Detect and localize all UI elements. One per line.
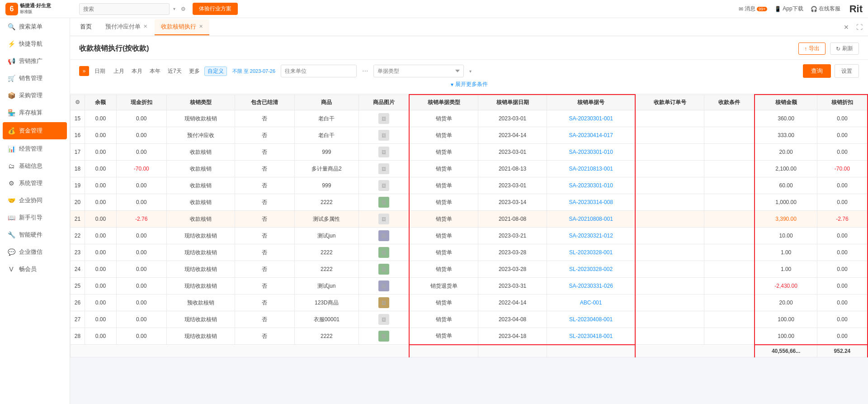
voucher-no-link[interactable]: SA-20230301-010 bbox=[569, 149, 613, 155]
export-button[interactable]: ↑ 导出 bbox=[798, 43, 826, 55]
date-last-month-button[interactable]: 上月 bbox=[111, 67, 127, 76]
filter-collapse-button[interactable]: » bbox=[79, 66, 89, 76]
headset-icon: 🎧 bbox=[811, 6, 817, 12]
filter-settings-button[interactable]: 设置 bbox=[835, 64, 859, 78]
cell-id: 19 bbox=[71, 177, 85, 194]
search-input[interactable] bbox=[79, 3, 170, 15]
date-this-year-button[interactable]: 本年 bbox=[147, 67, 163, 76]
voucher-no-link[interactable]: ABC-001 bbox=[580, 299, 602, 306]
table-container[interactable]: ⚙ 余额 现金折扣 核销类型 包含已结清 商品 商品图片 核销单据类型 核销单据… bbox=[70, 94, 868, 404]
th-product-img: 商品图片 bbox=[359, 95, 410, 110]
partner-dots-button[interactable]: ··· bbox=[362, 67, 368, 75]
settings-icon[interactable]: ⚙ bbox=[179, 5, 187, 13]
voucher-no-link[interactable]: SL-20230408-001 bbox=[569, 316, 613, 323]
sidebar-item-operations[interactable]: 📊 经营管理 bbox=[0, 140, 70, 157]
sidebar-item-quicknav[interactable]: ⚡ 快捷导航 bbox=[0, 35, 70, 52]
messages-badge: 99+ bbox=[757, 7, 767, 11]
hardware-icon: 🔧 bbox=[7, 231, 15, 239]
cell-cancel-date: 2023-03-21 bbox=[478, 228, 547, 244]
sidebar-item-hardware[interactable]: 🔧 智能硬件 bbox=[0, 226, 70, 243]
date-7days-button[interactable]: 近7天 bbox=[165, 67, 184, 76]
industry-solution-button[interactable]: 体验行业方案 bbox=[193, 3, 238, 15]
cell-receipt-condition bbox=[704, 194, 755, 211]
col-settings-gear-icon[interactable]: ⚙ bbox=[75, 99, 80, 105]
cell-receipt-order-no bbox=[635, 127, 704, 144]
voucher-no-link[interactable]: SA-20230321-012 bbox=[569, 233, 613, 239]
tab-home[interactable]: 首页 bbox=[74, 19, 98, 35]
cell-cancel-date: 2021-08-13 bbox=[478, 161, 547, 177]
cell-cancel-type: 收款核销 bbox=[166, 211, 235, 228]
app-download-button[interactable]: 📱 App下载 bbox=[774, 5, 803, 13]
voucher-no-link[interactable]: SA-20230414-017 bbox=[569, 132, 613, 138]
tab-maximize-button[interactable]: ⛶ bbox=[854, 22, 864, 33]
page-header: 收款核销执行(按收款) ↑ 导出 ↻ 刷新 bbox=[70, 36, 868, 60]
tab-close-cancel[interactable]: ✕ bbox=[199, 24, 203, 29]
voucher-no-link[interactable]: SA-20230331-026 bbox=[569, 283, 613, 289]
phone-icon: 📱 bbox=[774, 6, 781, 12]
cell-id: 27 bbox=[71, 311, 85, 328]
tab-close-window-button[interactable]: ✕ bbox=[842, 22, 851, 33]
sidebar-item-marketing[interactable]: 📢 营销推广 bbox=[0, 52, 70, 70]
sidebar-item-basics[interactable]: 🗂 基础信息 bbox=[0, 157, 70, 175]
cell-cancel-discount: -70.00 bbox=[817, 161, 868, 177]
expand-more-button[interactable]: ▾ 展开更多条件 bbox=[451, 81, 488, 88]
table-row: 210.00-2.76收款核销否测试多属性🖼销货单2021-08-08SA-20… bbox=[71, 211, 868, 228]
cell-receipt-condition bbox=[704, 311, 755, 328]
refresh-button[interactable]: ↻ 刷新 bbox=[830, 43, 859, 55]
sidebar-item-finance[interactable]: 💰 资金管理 bbox=[3, 122, 67, 139]
sidebar-item-inventory[interactable]: 🏪 库存核算 bbox=[0, 104, 70, 121]
messages-button[interactable]: ✉ 消息 99+ bbox=[739, 5, 767, 13]
tab-close-prepay[interactable]: ✕ bbox=[143, 24, 147, 29]
sidebar-item-purchase[interactable]: 📦 采购管理 bbox=[0, 87, 70, 104]
sidebar-item-vip[interactable]: V 畅会员 bbox=[0, 261, 70, 278]
sidebar-item-sales[interactable]: 🛒 销售管理 bbox=[0, 70, 70, 87]
cell-product: 2222 bbox=[294, 328, 359, 345]
voucher-no-link[interactable]: SA-20230301-010 bbox=[569, 182, 613, 189]
th-settings[interactable]: ⚙ bbox=[71, 95, 85, 110]
table-row: 150.000.00现销收款核销否老白干🖼销货单2023-03-01SA-202… bbox=[71, 110, 868, 127]
voucher-type-filter-select[interactable] bbox=[373, 65, 464, 77]
tab-prepay[interactable]: 预付冲应付单 ✕ bbox=[99, 19, 154, 35]
partner-filter-input[interactable] bbox=[281, 65, 357, 77]
cell-cancel-discount: 0.00 bbox=[817, 144, 868, 161]
operations-icon: 📊 bbox=[7, 145, 15, 153]
voucher-no-link[interactable]: SL-20230418-001 bbox=[569, 333, 613, 339]
cell-cancel-voucher-type: 销货单 bbox=[409, 311, 478, 328]
dropdown-chevron-icon[interactable]: ▾ bbox=[173, 6, 175, 11]
th-cancel-type: 核销类型 bbox=[166, 95, 235, 110]
cell-product: 老白干 bbox=[294, 110, 359, 127]
cell-cancel-voucher-type: 销货单 bbox=[409, 228, 478, 244]
voucher-no-link[interactable]: SA-20230301-001 bbox=[569, 115, 613, 122]
sidebar-label-system: 系统管理 bbox=[19, 179, 42, 187]
product-thumbnail: 🖼 bbox=[378, 180, 389, 191]
cell-included-settled: 否 bbox=[235, 161, 294, 177]
cell-cancel-amount: 1,000.00 bbox=[755, 194, 817, 211]
tab-cancel[interactable]: 收款核销执行 ✕ bbox=[155, 19, 209, 35]
date-custom-button[interactable]: 自定义 bbox=[204, 67, 227, 76]
cell-cancel-voucher-type: 销货单 bbox=[409, 244, 478, 261]
quicknav-icon: ⚡ bbox=[7, 40, 15, 48]
query-button[interactable]: 查询 bbox=[803, 64, 831, 78]
cell-cancel-voucher-type: 销货单 bbox=[409, 127, 478, 144]
sidebar-item-guide[interactable]: 📖 新手引导 bbox=[0, 209, 70, 226]
online-service-button[interactable]: 🎧 在线客服 bbox=[811, 5, 840, 13]
date-more-button[interactable]: 更多 bbox=[186, 67, 203, 76]
sidebar-item-search[interactable]: 🔍 搜索菜单 bbox=[0, 18, 70, 35]
sidebar-item-system[interactable]: ⚙ 系统管理 bbox=[0, 175, 70, 192]
sidebar-item-wechat[interactable]: 💬 企业微信 bbox=[0, 243, 70, 261]
voucher-no-link[interactable]: SA-20230314-008 bbox=[569, 199, 613, 205]
voucher-no-link[interactable]: SA-20210808-001 bbox=[569, 216, 613, 222]
cell-cancel-type: 现结收款核销 bbox=[166, 311, 235, 328]
cell-id: 25 bbox=[71, 278, 85, 295]
date-this-month-button[interactable]: 本月 bbox=[129, 67, 145, 76]
sidebar-item-cooperation[interactable]: 🤝 企业协同 bbox=[0, 192, 70, 209]
cell-cancel-amount: 20.00 bbox=[755, 295, 817, 311]
voucher-no-link[interactable]: SL-20230328-001 bbox=[569, 249, 613, 256]
refresh-icon: ↻ bbox=[836, 46, 840, 52]
table-header-row: ⚙ 余额 现金折扣 核销类型 包含已结清 商品 商品图片 核销单据类型 核销单据… bbox=[71, 95, 868, 110]
voucher-no-link[interactable]: SL-20230328-002 bbox=[569, 266, 613, 272]
cell-product: 测试jun bbox=[294, 278, 359, 295]
product-thumbnail: 🖼 bbox=[378, 314, 389, 325]
voucher-no-link[interactable]: SA-20210813-001 bbox=[569, 166, 613, 172]
cell-cancel-amount: 360.00 bbox=[755, 110, 817, 127]
